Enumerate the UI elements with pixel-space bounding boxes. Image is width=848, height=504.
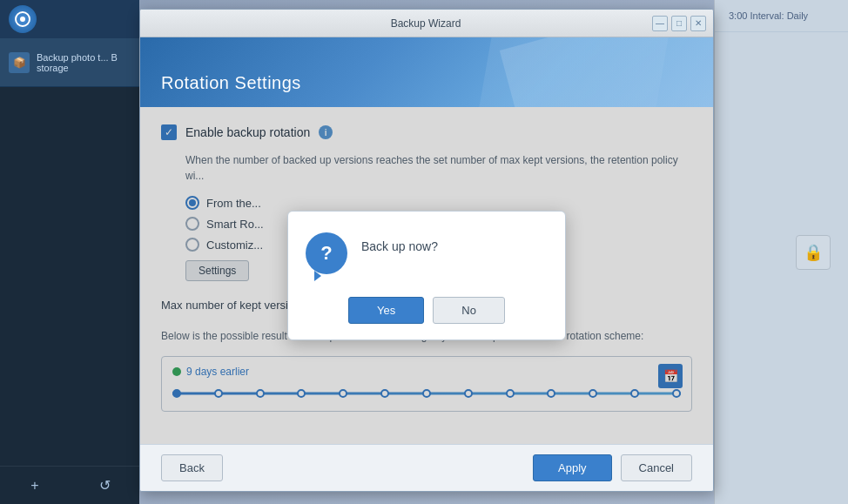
speech-tail bbox=[314, 271, 321, 281]
lock-icon: 🔒 bbox=[796, 235, 831, 270]
question-icon bbox=[306, 232, 347, 274]
taskbar: 📦 Backup photo t... B storage + ↺ bbox=[0, 0, 139, 504]
taskbar-bottom: + ↺ bbox=[0, 466, 139, 504]
modal-message: Back up now? bbox=[361, 232, 438, 253]
modal-content: Back up now? bbox=[288, 212, 565, 288]
taskbar-item-backup[interactable]: 📦 Backup photo t... B storage bbox=[0, 38, 139, 87]
window-controls: — □ ✕ bbox=[652, 16, 706, 31]
modal-overlay: Back up now? Yes No bbox=[140, 107, 713, 444]
wizard-footer: Back Apply Cancel bbox=[140, 444, 713, 491]
app-icon bbox=[9, 5, 37, 33]
page-title: Rotation Settings bbox=[161, 73, 301, 93]
backup-icon: 📦 bbox=[9, 52, 30, 73]
window-title: Backup Wizard bbox=[199, 17, 652, 30]
modal-buttons: Yes No bbox=[288, 288, 565, 339]
maximize-button[interactable]: □ bbox=[671, 16, 687, 31]
desktop: 📦 Backup photo t... B storage + ↺ 3:00 I… bbox=[0, 0, 848, 504]
window-titlebar: Backup Wizard — □ ✕ bbox=[140, 10, 713, 37]
footer-right-buttons: Apply Cancel bbox=[533, 454, 692, 481]
svg-point-1 bbox=[20, 17, 25, 22]
apply-button[interactable]: Apply bbox=[533, 454, 612, 481]
history-button[interactable]: ↺ bbox=[91, 472, 118, 500]
taskbar-item-label: Backup photo t... B storage bbox=[37, 52, 131, 73]
add-button[interactable]: + bbox=[21, 472, 49, 500]
no-button[interactable]: No bbox=[433, 297, 505, 324]
wizard-window: Backup Wizard — □ ✕ Rotation Settings ✓ … bbox=[139, 9, 714, 492]
schedule-info: 3:00 Interval: Daily bbox=[715, 0, 848, 32]
close-button[interactable]: ✕ bbox=[690, 16, 706, 31]
wizard-content: ✓ Enable backup rotation i When the numb… bbox=[140, 107, 713, 444]
confirm-dialog: Back up now? Yes No bbox=[287, 211, 566, 340]
minimize-button[interactable]: — bbox=[652, 16, 668, 31]
wizard-header: Rotation Settings bbox=[140, 37, 713, 107]
back-button[interactable]: Back bbox=[161, 454, 223, 481]
taskbar-header bbox=[0, 0, 139, 38]
yes-button[interactable]: Yes bbox=[348, 297, 424, 324]
cancel-button[interactable]: Cancel bbox=[621, 454, 692, 481]
